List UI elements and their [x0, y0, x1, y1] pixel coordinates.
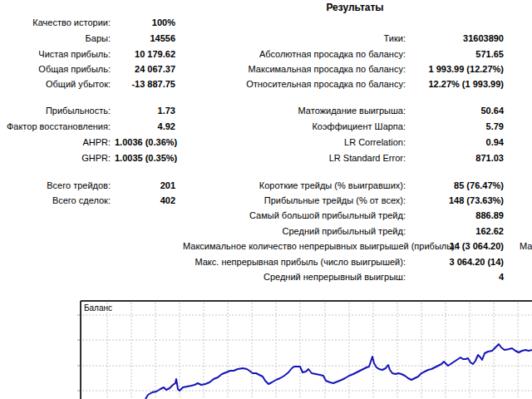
- balance-chart: Баланс: [0, 0, 532, 399]
- tester-results-report: Результаты Качество истории:100% Бары:14…: [0, 0, 532, 399]
- balance-chart-canvas: [0, 0, 532, 399]
- chart-title: Баланс: [84, 303, 112, 313]
